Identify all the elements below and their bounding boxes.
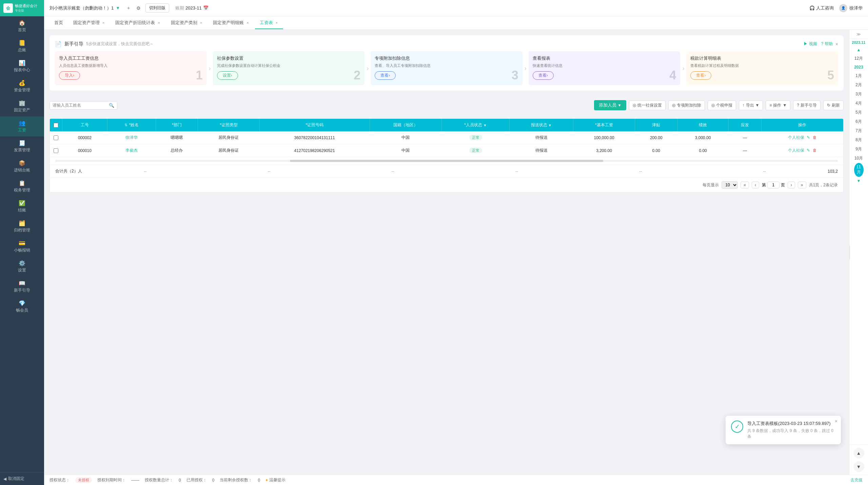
toast-close-button[interactable]: × xyxy=(835,418,837,424)
user-menu[interactable]: 👤 徐泽华 xyxy=(839,4,863,12)
delete-icon-1[interactable]: 🗑 xyxy=(813,148,817,153)
settings-button[interactable]: ⚙ xyxy=(135,5,142,12)
sidebar-item-invoicing[interactable]: 🧾 发票管理 xyxy=(0,136,44,156)
panel-toggle[interactable]: ≫ xyxy=(849,30,868,39)
sidebar-item-inventory[interactable]: 📦 进销台账 xyxy=(0,156,44,176)
calendar-icon[interactable]: 📅 xyxy=(203,5,209,11)
horizontal-scrollbar[interactable] xyxy=(55,160,838,162)
step-1-btn[interactable]: 导入› xyxy=(59,71,80,80)
tab-asset-detail[interactable]: 固定资产明细账 × xyxy=(208,17,254,29)
operation-extra-1[interactable]: 个人社保 xyxy=(788,148,804,153)
operations-btn[interactable]: ≡ 操作 ▼ xyxy=(766,100,790,110)
sidebar-item-reports[interactable]: 📊 报表中心 xyxy=(0,56,44,76)
month-2[interactable]: 2月 xyxy=(849,80,868,90)
guide-close-button[interactable]: × xyxy=(835,41,838,47)
next-page-button[interactable]: › xyxy=(788,182,795,188)
month-1[interactable]: 1月 xyxy=(849,71,868,80)
step-4-btn[interactable]: 查看› xyxy=(533,71,554,80)
tab-payroll-close[interactable]: × xyxy=(275,21,278,25)
guide-video-link[interactable]: ▶ 视频 xyxy=(804,41,817,47)
sidebar-item-expense[interactable]: 💳 小畅报销 xyxy=(0,237,44,257)
export-btn[interactable]: ↑ 导出 ▼ xyxy=(739,100,763,110)
sidebar-item-finance[interactable]: 💰 资金管理 xyxy=(0,76,44,96)
add-account-button[interactable]: ＋ xyxy=(125,4,132,12)
month-10[interactable]: 10月 xyxy=(849,154,868,163)
delete-icon-0[interactable]: 🗑 xyxy=(813,135,817,140)
sidebar-item-general-ledger[interactable]: 📒 总账 xyxy=(0,36,44,56)
last-page-button[interactable]: » xyxy=(798,182,806,188)
page-size-select[interactable]: 10 20 50 xyxy=(722,181,738,189)
tax-deduction-label: 专项附加扣除 xyxy=(677,102,701,108)
switch-version-button[interactable]: 切到旧版 xyxy=(145,3,169,13)
tab-depreciation-close[interactable]: × xyxy=(157,21,160,25)
sidebar-item-member[interactable]: 💎 畅会员 xyxy=(0,297,44,317)
sidebar-item-closing[interactable]: ✅ 结账 xyxy=(0,197,44,217)
edit-icon-0[interactable]: ✎ xyxy=(807,135,810,140)
tax-deduction-btn[interactable]: ◎ 专项附加扣除 xyxy=(668,100,705,110)
sidebar-item-tax[interactable]: 📋 税务管理 xyxy=(0,176,44,197)
social-insurance-btn[interactable]: ◎ 统一社保设置 xyxy=(629,100,666,110)
th-send-status[interactable]: 报送状态 ▼ xyxy=(509,119,573,131)
month-11-active[interactable]: 11月 xyxy=(854,163,864,177)
refresh-btn[interactable]: ↻ 刷新 xyxy=(823,100,844,110)
sidebar-item-home[interactable]: 🏠 首页 xyxy=(0,16,44,36)
month-5[interactable]: 5月 xyxy=(849,108,868,117)
month-9[interactable]: 9月 xyxy=(849,145,868,154)
tab-asset-category-close[interactable]: × xyxy=(199,21,203,25)
prev-page-button[interactable]: ‹ xyxy=(752,182,759,188)
operation-extra-0[interactable]: 个人社保 xyxy=(788,135,804,140)
step-4-num: 4 xyxy=(669,68,676,82)
month-4[interactable]: 4月 xyxy=(849,99,868,108)
th-name[interactable]: ⇅ *姓名 xyxy=(107,119,156,131)
month-year-2023[interactable]: 2023 xyxy=(849,63,868,71)
service-button[interactable]: 🎧 人工咨询 xyxy=(809,5,834,11)
personal-tax-btn[interactable]: ◎ 个税申报 xyxy=(708,100,736,110)
edit-icon-1[interactable]: ✎ xyxy=(807,148,810,153)
search-input[interactable] xyxy=(53,103,109,108)
step-2-btn[interactable]: 设置› xyxy=(217,71,238,80)
tab-fixed-assets-close[interactable]: × xyxy=(102,21,105,25)
sidebar-item-settings[interactable]: ⚙️ 设置 xyxy=(0,257,44,277)
unpin-button[interactable]: ◀ 取消固定 xyxy=(0,472,44,485)
guide-help-link[interactable]: ? 帮助 xyxy=(821,41,833,47)
sidebar-item-payroll[interactable]: 👥 工资 xyxy=(0,116,44,136)
status-filter-icon[interactable]: ▼ xyxy=(483,123,487,127)
sidebar-item-guide[interactable]: 📖 新手引导 xyxy=(0,277,44,297)
add-person-button[interactable]: 添加人员 ▼ xyxy=(594,100,626,110)
emp-name-1-link[interactable]: 李俊杰 xyxy=(125,148,138,153)
tab-asset-category[interactable]: 固定资产类别 × xyxy=(166,17,208,29)
th-status[interactable]: *人员状态 ▼ xyxy=(442,119,510,131)
unfreeze-link[interactable]: 去充值 xyxy=(850,477,863,483)
step-5-btn[interactable]: 查看› xyxy=(690,71,711,80)
panel-icon-up[interactable]: ▲ xyxy=(853,448,864,459)
panel-icon-down[interactable]: ▼ xyxy=(853,461,864,472)
row-0-checkbox[interactable] xyxy=(54,135,58,140)
select-all-checkbox[interactable] xyxy=(54,123,58,128)
first-page-button[interactable]: « xyxy=(741,182,749,188)
new-guide-btn[interactable]: ? 新手引导 xyxy=(793,100,821,110)
account-dropdown-icon[interactable]: ▼ xyxy=(116,5,120,11)
send-status-filter-icon[interactable]: ▼ xyxy=(548,123,552,127)
tab-payroll-table[interactable]: 工资表 × xyxy=(255,17,283,29)
month-12[interactable]: 12月 xyxy=(849,54,868,63)
tab-fixed-assets[interactable]: 固定资产管理 × xyxy=(68,17,110,29)
month-up-nav[interactable]: ▲ xyxy=(849,46,868,54)
social-insurance-label: 统一社保设置 xyxy=(637,102,662,108)
page-number-input[interactable] xyxy=(767,182,780,188)
month-6[interactable]: 6月 xyxy=(849,117,868,126)
sidebar-item-fixed-assets[interactable]: 🏢 固定资产 xyxy=(0,96,44,116)
search-icon[interactable]: 🔍 xyxy=(109,103,114,108)
account-selector[interactable]: 刘小艳演示账套（勿删勿动！）1 ▼ xyxy=(50,5,120,11)
emp-name-0-link[interactable]: 徐泽华 xyxy=(125,135,138,140)
tab-asset-detail-close[interactable]: × xyxy=(246,21,249,25)
sidebar-item-archive[interactable]: 🗂️ 归档管理 xyxy=(0,217,44,237)
step-3-btn[interactable]: 查看› xyxy=(375,71,396,80)
panel-expand-button[interactable]: ‹ xyxy=(849,246,850,259)
row-1-checkbox[interactable] xyxy=(54,148,58,153)
month-8[interactable]: 8月 xyxy=(849,135,868,145)
month-3[interactable]: 3月 xyxy=(849,90,868,99)
month-down-nav[interactable]: ▼ xyxy=(849,177,868,185)
month-7[interactable]: 7月 xyxy=(849,126,868,135)
tab-depreciation[interactable]: 固定资产折旧统计表 × xyxy=(111,17,165,29)
tab-home[interactable]: 首页 xyxy=(50,17,68,29)
